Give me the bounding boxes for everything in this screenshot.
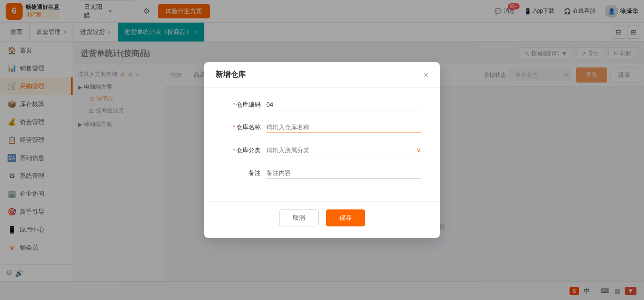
- name-label: 仓库名称: [223, 123, 261, 132]
- category-dropdown-icon: ∨: [416, 146, 421, 154]
- category-input[interactable]: [266, 147, 416, 154]
- remark-label: 备注: [223, 169, 261, 177]
- remark-input[interactable]: [266, 167, 421, 179]
- modal-title: 新增仓库: [215, 70, 246, 80]
- name-input[interactable]: [266, 122, 421, 133]
- save-button[interactable]: 保存: [326, 209, 365, 226]
- modal-body: 仓库编码 仓库名称 仓库分类 ∨ 备注: [204, 88, 440, 201]
- code-label: 仓库编码: [223, 100, 261, 109]
- new-warehouse-modal: 新增仓库 × 仓库编码 仓库名称 仓库分类 ∨: [204, 62, 440, 238]
- category-select-wrap[interactable]: ∨: [266, 144, 421, 156]
- modal-overlay: 新增仓库 × 仓库编码 仓库名称 仓库分类 ∨: [0, 0, 644, 300]
- form-row-category: 仓库分类 ∨: [223, 144, 421, 156]
- code-input[interactable]: [266, 99, 421, 110]
- modal-header: 新增仓库 ×: [204, 62, 440, 88]
- form-row-remark: 备注: [223, 167, 421, 179]
- cancel-button[interactable]: 取消: [279, 209, 319, 226]
- category-label: 仓库分类: [223, 146, 261, 155]
- modal-close-button[interactable]: ×: [423, 71, 429, 79]
- form-row-name: 仓库名称: [223, 122, 421, 133]
- modal-footer: 取消 保存: [204, 201, 440, 238]
- form-row-code: 仓库编码: [223, 99, 421, 110]
